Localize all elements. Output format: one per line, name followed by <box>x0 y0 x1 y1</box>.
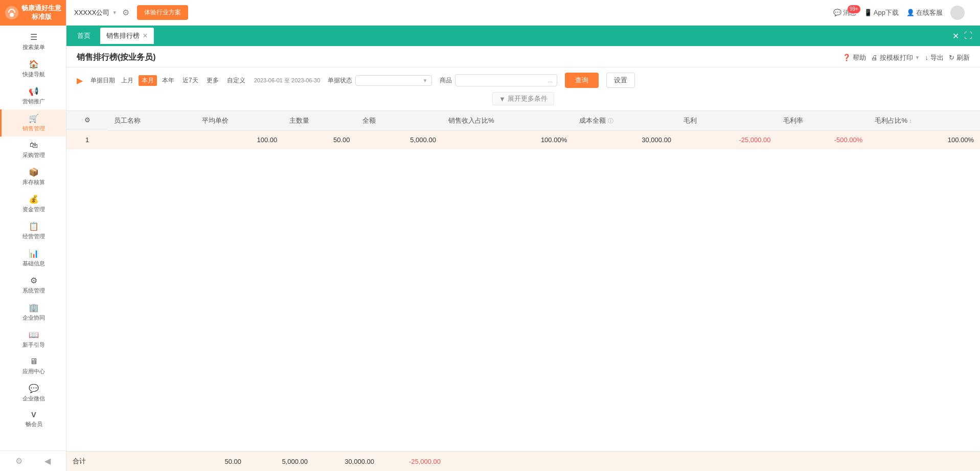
sidebar-item-wechat[interactable]: 💬 企业微信 <box>0 379 66 407</box>
column-sales-pct-label: 销售收入占比% <box>448 117 494 124</box>
sidebar-item-finance[interactable]: 💰 资金管理 <box>0 190 66 217</box>
date-range-display: 2023-06-01 至 2023-06-30 <box>254 77 321 84</box>
column-employee-label: 员工名称 <box>114 117 141 124</box>
app-download-button[interactable]: 📱 App下载 <box>864 8 899 17</box>
status-select[interactable]: ▼ <box>355 75 432 86</box>
tab-home[interactable]: 首页 <box>69 26 99 46</box>
goods-input[interactable]: ... <box>455 74 557 86</box>
message-badge: 99+ <box>848 5 860 13</box>
message-button[interactable]: 💬 消息 99+ <box>833 8 856 17</box>
topbar-right: 💬 消息 99+ 📱 App下载 👤 在线客服 <box>833 6 972 20</box>
date-tab-this-month[interactable]: 本月 <box>139 75 157 86</box>
help-button[interactable]: ❓ 帮助 <box>842 53 866 62</box>
column-cost-label: 成本全额 <box>579 117 606 124</box>
footer-quantity: 50.00 <box>180 458 241 465</box>
date-tab-7days[interactable]: 近7天 <box>179 75 201 86</box>
brand-logo-icon <box>5 6 19 20</box>
query-button[interactable]: 查询 <box>565 73 599 88</box>
online-service-button[interactable]: 👤 在线客服 <box>906 8 943 17</box>
sidebar-label-purchase: 采购管理 <box>22 151 45 159</box>
gross-pct-sort-icon[interactable]: ↕ <box>909 118 912 124</box>
print-button[interactable]: 🖨 按模板打印 ▼ <box>871 53 920 62</box>
column-gross-rate-header: 毛利率 <box>777 111 869 131</box>
home-icon: 🏠 <box>29 59 39 69</box>
filter-row: ▶ 单据日期 上月 本月 本年 近7天 更多 自定义 2023-06-01 至 … <box>77 73 970 88</box>
sidebar-item-sales[interactable]: 🛒 销售管理 <box>0 109 66 137</box>
date-filter: 单据日期 上月 本月 本年 近7天 更多 自定义 2023-06-01 至 20… <box>90 75 320 86</box>
column-avg-price-label: 平均单价 <box>202 117 229 124</box>
sidebar-label-system: 系统管理 <box>22 287 45 295</box>
column-settings-header[interactable]: ⚙ <box>66 111 108 129</box>
sidebar-label-enterprise: 企业协同 <box>22 314 45 322</box>
sidebar-item-search[interactable]: ☰ 搜索菜单 <box>0 28 66 55</box>
help-icon: ❓ <box>842 54 851 61</box>
sidebar-label-basics: 基础信息 <box>22 260 45 267</box>
column-gross-pct-header: 毛利占比% ↕ <box>869 111 980 131</box>
sidebar-label-marketing: 营销推广 <box>22 98 45 105</box>
tab-close-icon[interactable]: ✕ <box>143 32 148 39</box>
avatar[interactable] <box>950 6 965 20</box>
column-settings-icon[interactable]: ⚙ <box>84 116 90 124</box>
filter-collapse-button[interactable]: ▶ <box>77 76 83 85</box>
date-tab-this-year[interactable]: 本年 <box>159 75 177 86</box>
expand-label: 展开更多条件 <box>508 94 548 103</box>
sidebar-item-operations[interactable]: 📋 经营管理 <box>0 217 66 244</box>
topbar-settings-icon[interactable]: ⚙ <box>122 8 129 17</box>
status-select-arrow: ▼ <box>422 78 427 83</box>
purchase-icon: 🛍 <box>30 141 38 150</box>
cost-info-icon: ⓘ <box>608 118 613 124</box>
table-header-row: ⚙ 员工名称 平均单价 主数量 全额 <box>66 111 980 131</box>
export-button[interactable]: ↓ 导出 <box>925 53 944 62</box>
tab-bar-controls: ✕ ⛶ <box>952 31 977 41</box>
column-gross-pct-label: 毛利占比% <box>875 117 907 124</box>
tab-home-label: 首页 <box>77 31 90 40</box>
tab-sales-ranking[interactable]: 销售排行榜 ✕ <box>100 28 154 44</box>
table-footer: 合计 50.00 5,000.00 30,000.00 -25,000.00 <box>66 451 980 471</box>
sidebar-item-inventory[interactable]: 📦 库存核算 <box>0 163 66 190</box>
refresh-button[interactable]: ↻ 刷新 <box>949 53 970 62</box>
inventory-icon: 📦 <box>29 167 39 177</box>
row-rank: 1 <box>66 131 108 149</box>
column-amount-header: 全额 <box>356 111 442 131</box>
column-gross-label: 毛利 <box>683 117 697 124</box>
company-selector[interactable]: XXXXX公司 ▼ <box>74 8 117 17</box>
tab-maximize-icon[interactable]: ⛶ <box>964 31 972 40</box>
settings-button[interactable]: 设置 <box>606 73 635 88</box>
row-sales-pct: 100.00% <box>442 131 573 149</box>
goods-more-icon[interactable]: ... <box>548 77 553 84</box>
sidebar-item-vip[interactable]: V 畅会员 <box>0 407 66 432</box>
date-tab-custom[interactable]: 自定义 <box>224 75 248 86</box>
sidebar-item-marketing[interactable]: 📢 营销推广 <box>0 82 66 109</box>
service-label: 在线客服 <box>916 8 943 17</box>
sidebar-item-system[interactable]: ⚙ 系统管理 <box>0 272 66 299</box>
sidebar-item-apps[interactable]: 🖥 应用中心 <box>0 353 66 379</box>
sidebar-item-enterprise[interactable]: 🏢 企业协同 <box>0 299 66 326</box>
row-employee <box>108 131 196 149</box>
tab-close-all-icon[interactable]: ✕ <box>952 31 959 41</box>
sidebar-label-search: 搜索菜单 <box>22 43 45 51</box>
sidebar-item-guide[interactable]: 📖 新手引导 <box>0 326 66 353</box>
sidebar-settings-icon[interactable]: ⚙ <box>15 456 22 466</box>
table-container: ⚙ 员工名称 平均单价 主数量 全额 <box>66 111 980 451</box>
date-tab-more[interactable]: 更多 <box>203 75 222 86</box>
sidebar-item-basics[interactable]: 📊 基础信息 <box>0 244 66 272</box>
goods-filter-label: 商品 <box>440 76 452 85</box>
sidebar-item-purchase[interactable]: 🛍 采购管理 <box>0 137 66 163</box>
sidebar-label-shortcuts: 快捷导航 <box>22 71 45 78</box>
sidebar-collapse-icon[interactable]: ◀ <box>44 456 51 466</box>
footer-cost: 30,000.00 <box>308 458 374 465</box>
trial-button[interactable]: 体验行业方案 <box>137 5 188 20</box>
sidebar-item-shortcuts[interactable]: 🏠 快捷导航 <box>0 55 66 82</box>
sidebar-label-wechat: 企业微信 <box>22 395 45 402</box>
vip-icon: V <box>31 411 36 419</box>
export-icon: ↓ <box>925 54 929 61</box>
sidebar-label-sales: 销售管理 <box>22 125 45 132</box>
content-area: 销售排行榜(按业务员) ❓ 帮助 🖨 按模板打印 ▼ ↓ 导出 ↻ 刷新 <box>66 46 980 471</box>
expand-conditions-button[interactable]: ▼ 展开更多条件 <box>492 92 554 105</box>
date-tab-last-month[interactable]: 上月 <box>118 75 136 86</box>
row-quantity: 50.00 <box>283 131 356 149</box>
status-filter: 单据状态 ▼ <box>328 75 432 86</box>
footer-total-text: 合计 <box>73 457 86 465</box>
footer-gross: -25,000.00 <box>374 458 441 465</box>
enterprise-icon: 🏢 <box>29 303 39 312</box>
